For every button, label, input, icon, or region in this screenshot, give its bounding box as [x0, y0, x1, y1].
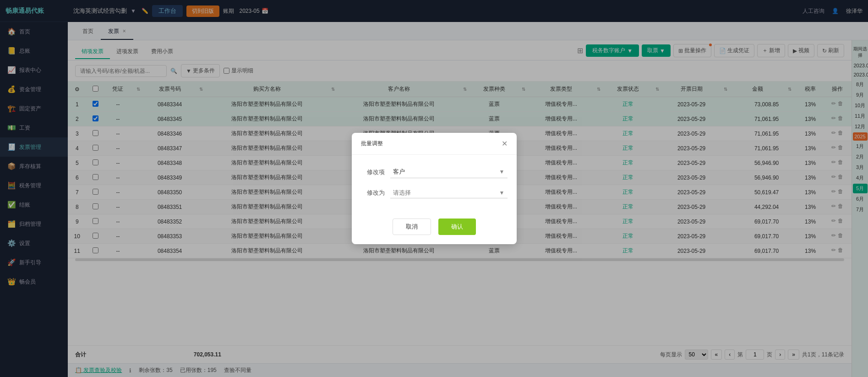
batch-adjust-modal: 批量调整 ✕ 修改项 客户 ▼ 修改为 ▼ 取消 确认 — [352, 133, 517, 244]
cancel-button[interactable]: 取消 — [393, 219, 431, 235]
modal-field-row: 修改项 客户 ▼ — [361, 166, 508, 178]
field-label: 修改项 — [361, 168, 385, 176]
value-chevron-icon: ▼ — [499, 190, 505, 196]
field-value: 客户 — [393, 168, 505, 176]
modal-header: 批量调整 ✕ — [352, 133, 517, 155]
modal-footer: 取消 确认 — [352, 215, 517, 244]
value-label: 修改为 — [361, 189, 385, 197]
modal-overlay: 批量调整 ✕ 修改项 客户 ▼ 修改为 ▼ 取消 确认 — [0, 0, 868, 377]
field-select-wrap[interactable]: 客户 ▼ — [390, 166, 508, 178]
value-input-wrap[interactable]: ▼ — [390, 187, 508, 198]
modal-value-row: 修改为 ▼ — [361, 187, 508, 198]
confirm-button[interactable]: 确认 — [438, 219, 476, 235]
value-input[interactable] — [393, 189, 505, 196]
modal-title: 批量调整 — [361, 140, 383, 148]
field-chevron-icon: ▼ — [499, 169, 505, 175]
modal-close-button[interactable]: ✕ — [502, 139, 508, 148]
modal-body: 修改项 客户 ▼ 修改为 ▼ — [352, 155, 517, 215]
